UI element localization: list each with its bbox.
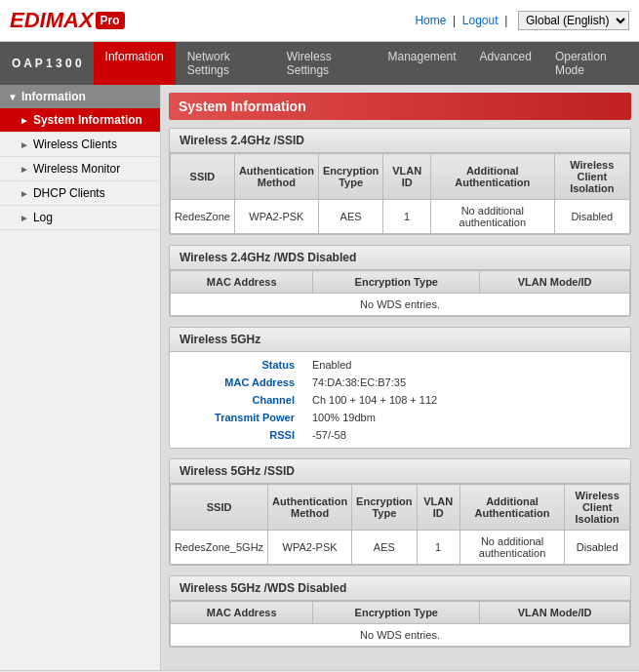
status-label-channel: Channel [178,391,304,409]
status-value-power: 100% 19dbm [304,409,622,426]
col-auth: AuthenticationMethod [234,154,318,200]
sidebar-item-label: System Information [33,113,142,127]
col-vlan-mode: VLAN Mode/ID [480,602,630,624]
home-link[interactable]: Home [415,14,446,27]
item-arrow: ► [20,188,29,199]
nav-item-information[interactable]: Information [94,42,176,85]
status-value-rssi: -57/-58 [304,426,622,444]
no-entries-row: No WDS entries. [171,624,630,647]
section-wireless-24-wds: Wireless 2.4GHz /WDS Disabled MAC Addres… [169,245,631,317]
nav-item-network-settings[interactable]: Network Settings [176,42,275,85]
cell-isolation: Disabled [554,200,629,234]
status-label-mac: MAC Address [178,374,304,391]
section-wireless-5g: Wireless 5GHz Status Enabled MAC Address… [169,327,631,449]
status-table: Status Enabled MAC Address 74:DA:38:EC:B… [178,356,622,444]
sidebar-item-label: Wireless Clients [33,138,117,151]
section-wireless-5g-wds: Wireless 5GHz /WDS Disabled MAC Address … [169,575,631,648]
section-title-5g: Wireless 5GHz [170,328,630,352]
nav-item-wireless-settings[interactable]: Wireless Settings [275,42,377,85]
cell-ssid: RedesZone [171,200,235,234]
col-mac: MAC Address [171,271,313,294]
col-additional: AdditionalAuthentication [459,485,565,531]
sidebar-item-system-information[interactable]: ► System Information [0,108,160,133]
col-encryption: EncryptionType [352,485,417,531]
sidebar-item-label: DHCP Clients [33,186,105,200]
section-title-24-wds: Wireless 2.4GHz /WDS Disabled [170,246,630,270]
logo-text: EDIMAX [10,8,94,33]
section-title-5g-ssid: Wireless 5GHz /SSID [170,459,630,484]
ssid-24-table: SSID AuthenticationMethod EncryptionType… [170,153,630,234]
sidebar-item-dhcp-clients[interactable]: ► DHCP Clients [0,181,160,206]
col-vlan: VLAN ID [383,154,431,200]
col-encryption: EncryptionType [318,154,382,200]
no-entries-row: No WDS entries. [171,294,630,316]
sidebar-section-label: Information [21,90,86,103]
sidebar: ▼ Information ► System Information ► Wir… [0,85,161,670]
status-label-rssi: RSSI [178,426,304,444]
cell-additional: No additional authentication [459,531,565,565]
col-mac: MAC Address [171,602,313,624]
item-arrow: ► [20,115,29,126]
status-value-status: Enabled [304,356,622,374]
sidebar-item-label: Wireless Monitor [33,162,120,176]
status-row-power: Transmit Power 100% 19dbm [178,409,622,426]
ssid-5g-table: SSID AuthenticationMethod EncryptionType… [170,484,630,565]
header-links: Home | Logout | Global (English) Taiwan … [415,11,629,30]
status-label-status: Status [178,356,304,374]
col-isolation: Wireless ClientIsolation [565,485,630,531]
cell-auth: WPA2-PSK [268,531,352,565]
item-arrow: ► [20,213,29,223]
logo-pro: Pro [96,12,125,29]
col-ssid: SSID [171,154,235,200]
status-row-mac: MAC Address 74:DA:38:EC:B7:35 [178,374,622,391]
section-title-24-ssid: Wireless 2.4GHz /SSID [170,129,630,153]
col-auth: AuthenticationMethod [268,485,352,531]
sidebar-item-log[interactable]: ► Log [0,206,160,230]
status-row-status: Status Enabled [178,356,622,374]
status-table-wrapper: Status Enabled MAC Address 74:DA:38:EC:B… [170,352,630,448]
oap-label: O A P 1 3 0 0 [0,57,94,70]
cell-vlan: 1 [383,200,431,234]
wds-24-table: MAC Address Encryption Type VLAN Mode/ID… [170,270,630,316]
status-row-channel: Channel Ch 100 + 104 + 108 + 112 [178,391,622,409]
section-wireless-5g-ssid: Wireless 5GHz /SSID SSID AuthenticationM… [169,458,631,566]
section-arrow: ▼ [8,92,18,102]
item-arrow: ► [20,164,29,175]
status-row-rssi: RSSI -57/-58 [178,426,622,444]
sidebar-item-wireless-monitor[interactable]: ► Wireless Monitor [0,157,160,181]
col-additional: AdditionalAuthentication [430,154,554,200]
col-ssid: SSID [171,485,268,531]
logo: EDIMAX Pro [10,8,125,33]
nav-item-operation-mode[interactable]: Operation Mode [543,42,639,85]
region-select[interactable]: Global (English) Taiwan USA EU [518,11,629,30]
content-area: System Information Wireless 2.4GHz /SSID… [161,85,639,670]
cell-encryption: AES [318,200,382,234]
sidebar-item-wireless-clients[interactable]: ► Wireless Clients [0,133,160,157]
top-nav-items: Information Network Settings Wireless Se… [94,42,639,85]
table-row: RedesZone WPA2-PSK AES 1 No additional a… [171,200,630,234]
cell-ssid: RedesZone_5GHz [171,531,268,565]
nav-item-advanced[interactable]: Advanced [468,42,543,85]
nav-item-management[interactable]: Management [377,42,468,85]
col-encryption: Encryption Type [313,271,480,294]
page-title: System Information [169,93,631,120]
sidebar-section-information: ▼ Information [0,85,160,108]
item-arrow: ► [20,139,29,150]
cell-vlan: 1 [417,531,459,565]
section-wireless-24-ssid: Wireless 2.4GHz /SSID SSID Authenticatio… [169,128,631,235]
col-vlan-mode: VLAN Mode/ID [480,271,630,294]
section-title-5g-wds: Wireless 5GHz /WDS Disabled [170,576,630,601]
table-row: RedesZone_5GHz WPA2-PSK AES 1 No additio… [171,531,630,565]
col-encryption: Encryption Type [313,602,480,624]
logout-link[interactable]: Logout [462,14,499,27]
col-vlan: VLAN ID [417,485,459,531]
sidebar-item-label: Log [33,211,53,224]
no-entries-text: No WDS entries. [171,624,630,647]
cell-encryption: AES [352,531,417,565]
top-nav: O A P 1 3 0 0 Information Network Settin… [0,42,639,85]
status-label-power: Transmit Power [178,409,304,426]
col-isolation: Wireless ClientIsolation [554,154,629,200]
cell-auth: WPA2-PSK [234,200,318,234]
main-layout: ▼ Information ► System Information ► Wir… [0,85,639,670]
status-value-mac: 74:DA:38:EC:B7:35 [304,374,622,391]
